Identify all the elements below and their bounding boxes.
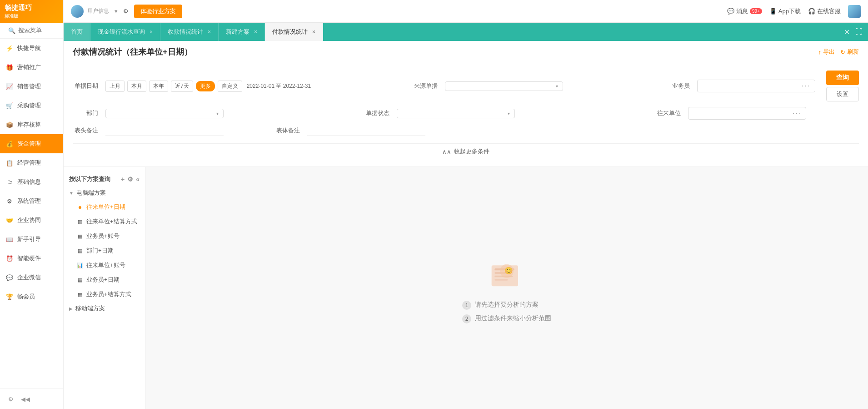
plan-item-partner-settle[interactable]: ▦ 往来单位+结算方式 (64, 214, 145, 229)
plan-item-dept-date[interactable]: ▦ 部门+日期 (64, 243, 145, 258)
tab-home-label: 首页 (71, 28, 83, 36)
refresh-btn[interactable]: ↻ 刷新 (840, 48, 859, 56)
status-select[interactable]: ▾ (397, 109, 515, 118)
settings-bottom-icon[interactable]: ⚙ (5, 394, 16, 404)
header-note-input[interactable] (105, 125, 224, 136)
plan-chart-icon: 📊 (76, 262, 84, 269)
sidebar-item-basic-info[interactable]: 🗂 基础信息 (0, 172, 63, 192)
settings-plan-icon[interactable]: ⚙ (127, 176, 133, 183)
partner-dots-icon[interactable]: ··· (793, 109, 801, 117)
nav-label: 智能硬件 (17, 254, 41, 263)
settings-small-button[interactable]: 设置 (826, 87, 859, 101)
export-btn[interactable]: ↑ 导出 (818, 48, 835, 56)
plan-item-partner-account[interactable]: 📊 往来单位+账号 (64, 258, 145, 273)
body-note-input[interactable] (307, 125, 425, 136)
weixin-icon: 💬 (5, 273, 14, 282)
sidebar-bottom: ⚙ ◀◀ (0, 389, 63, 409)
trial-button[interactable]: 体验行业方案 (134, 5, 182, 18)
source-select[interactable]: ▾ (445, 81, 563, 91)
marketing-icon: 🎁 (5, 63, 14, 71)
tab-new-plan-close[interactable]: × (254, 29, 257, 35)
app-download-btn[interactable]: 📱 App下载 (769, 7, 801, 15)
page-content: 付款情况统计（往来单位+日期） ↑ 导出 ↻ 刷新 单据日期 上月 本月 (64, 41, 868, 409)
empty-tip-1: 1 请先选择要分析的方案 (462, 301, 551, 310)
sidebar-item-sales[interactable]: 📈 销售管理 (0, 77, 63, 96)
plan-label: 往来单位+账号 (86, 261, 125, 269)
search-menu[interactable]: 🔍 搜索菜单 (0, 23, 63, 39)
sidebar-item-system[interactable]: ⚙ 系统管理 (0, 192, 63, 211)
tab-maximize-icon[interactable]: ⛶ (855, 28, 863, 36)
date-range: 2022-01-01 至 2022-12-31 (247, 82, 311, 90)
svg-text:😊: 😊 (504, 267, 513, 275)
tab-receipt-stats[interactable]: 收款情况统计 × (160, 23, 219, 41)
tab-home[interactable]: 首页 (64, 23, 90, 41)
tab-payment-stats[interactable]: 付款情况统计 × (265, 23, 323, 41)
sidebar-item-weixin[interactable]: 💬 企业微信 (0, 268, 63, 287)
tab-receipt-stats-label: 收款情况统计 (168, 28, 203, 36)
date-btn-7days[interactable]: 近7天 (171, 81, 193, 92)
nav-label: 企业协同 (17, 216, 41, 224)
tab-bank-flow-close[interactable]: × (150, 29, 153, 35)
plan-item-agent-settle[interactable]: ▦ 业务员+结算方式 (64, 287, 145, 302)
enterprise-icon: 🤝 (5, 216, 14, 224)
sidebar-item-marketing[interactable]: 🎁 营销推广 (0, 58, 63, 77)
operation-icon: 📋 (5, 159, 14, 167)
date-btn-last-month[interactable]: 上月 (105, 81, 125, 92)
tab-bar: 首页 现金银行流水查询 × 收款情况统计 × 新建方案 × 付款情况统计 × ✕… (64, 23, 868, 41)
date-label: 单据日期 (73, 82, 98, 90)
sidebar-item-quick-nav[interactable]: ⚡ 快捷导航 (0, 39, 63, 58)
tab-close-all-icon[interactable]: ✕ (844, 28, 850, 36)
collapse-sidebar-icon[interactable]: ◀◀ (20, 394, 31, 404)
empty-illustration: 😊 (484, 252, 529, 293)
sidebar-item-capital[interactable]: 💰 资金管理 (0, 134, 63, 153)
sidebar-item-guide[interactable]: 📖 新手引导 (0, 230, 63, 249)
nav-label: 经营管理 (17, 159, 41, 167)
empty-tips: 1 请先选择要分析的方案 2 用过滤条件来缩小分析范围 (462, 301, 551, 323)
download-icon: 📱 (769, 8, 777, 15)
tab-payment-stats-close[interactable]: × (312, 29, 315, 35)
sidebar-item-member[interactable]: 🏆 畅会员 (0, 287, 63, 306)
sidebar-item-purchase[interactable]: 🛒 采购管理 (0, 96, 63, 115)
tab-bank-flow[interactable]: 现金银行流水查询 × (90, 23, 160, 41)
plan-category-pc[interactable]: ▼ 电脑端方案 (64, 186, 145, 200)
online-service-btn[interactable]: 🎧 在线客服 (808, 7, 841, 15)
tab-receipt-stats-close[interactable]: × (208, 29, 211, 35)
user-dropdown-icon[interactable]: ▾ (115, 8, 118, 15)
app-download-label: App下载 (778, 7, 801, 15)
query-button[interactable]: 查询 (826, 71, 859, 85)
plan-category-mobile[interactable]: ▶ 移动端方案 (64, 302, 145, 315)
plan-label: 业务员+结算方式 (86, 290, 131, 298)
main-area: 用户信息 ▾ ⚙ 体验行业方案 💬 消息 99+ 📱 App下载 🎧 在线客服 … (64, 0, 868, 409)
plan-label: 业务员+日期 (86, 276, 120, 284)
sidebar-item-enterprise[interactable]: 🤝 企业协同 (0, 211, 63, 230)
date-btn-this-month[interactable]: 本月 (127, 81, 146, 92)
collapse-panel-icon[interactable]: « (136, 176, 140, 183)
date-btn-more[interactable]: 更多 (196, 81, 215, 91)
partner-select[interactable]: ··· (688, 107, 806, 120)
plan-label: 业务员+账号 (86, 232, 120, 240)
date-btn-this-year[interactable]: 本年 (149, 81, 168, 92)
settings-gear-icon[interactable]: ⚙ (123, 8, 129, 15)
plan-item-partner-date[interactable]: ● 往来单位+日期 (64, 200, 145, 214)
filter-row-1: 单据日期 上月 本月 本年 近7天 更多 自定义 2022-01-01 至 20… (73, 71, 859, 101)
plan-item-agent-account[interactable]: ▦ 业务员+账号 (64, 229, 145, 243)
dept-select[interactable]: ▾ (105, 109, 224, 118)
plan-item-agent-date[interactable]: ▦ 业务员+日期 (64, 273, 145, 287)
sidebar-item-inventory[interactable]: 📦 库存核算 (0, 115, 63, 134)
svg-rect-4 (494, 279, 508, 280)
collapse-btn[interactable]: ∧∧ 收起更多条件 (73, 143, 859, 159)
refresh-label: 刷新 (847, 48, 859, 56)
status-label: 单据状态 (364, 109, 389, 117)
right-content: 😊 1 请先选择要分析的方案 2 用过滤条件来缩小分析范围 (145, 167, 868, 409)
sidebar-item-operation[interactable]: 📋 经营管理 (0, 153, 63, 172)
tab-new-plan[interactable]: 新建方案 × (219, 23, 265, 41)
message-btn[interactable]: 💬 消息 99+ (727, 7, 762, 15)
plan-table-icon-2: ▦ (76, 232, 84, 240)
page-title: 付款情况统计（往来单位+日期） (73, 46, 192, 57)
mobile-category-arrow: ▶ (69, 306, 73, 311)
date-btn-custom[interactable]: 自定义 (218, 81, 242, 92)
agent-dots-icon[interactable]: ··· (802, 82, 810, 90)
sidebar-item-smart-hw[interactable]: ⏰ 智能硬件 (0, 249, 63, 268)
agent-select[interactable]: ··· (697, 80, 815, 92)
add-plan-icon[interactable]: + (121, 176, 125, 183)
